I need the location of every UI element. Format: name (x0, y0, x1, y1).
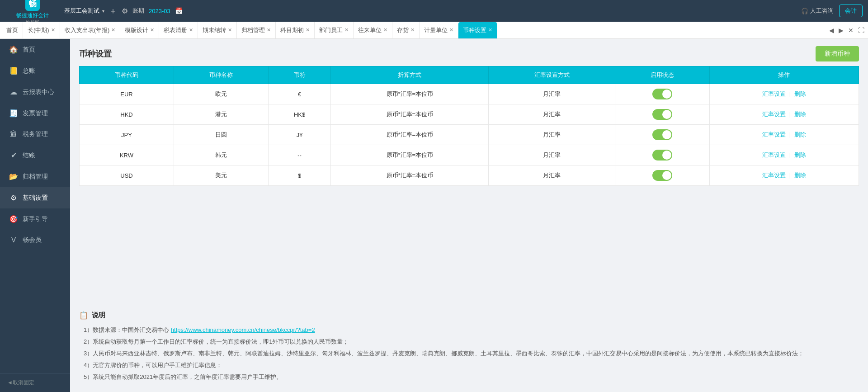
account-button[interactable]: 会计 (839, 5, 863, 17)
customer-service-button[interactable]: 🎧 人工咨询 (801, 7, 834, 15)
sidebar-item-label: 云报表中心 (23, 88, 54, 96)
rate-setting-link[interactable]: 汇率设置 (762, 90, 786, 97)
sidebar-item-label: 新手引导 (23, 215, 48, 223)
close-icon[interactable]: ✕ (449, 27, 453, 33)
tab-label: 部门员工 (319, 26, 343, 34)
delete-link[interactable]: 删除 (794, 172, 806, 179)
enable-toggle[interactable] (652, 89, 672, 99)
tab-archive[interactable]: 归档管理 ✕ (237, 22, 276, 38)
tab-next-button[interactable]: ▶ (837, 27, 845, 34)
cell-method: 原币*汇率=本位币 (331, 165, 489, 186)
close-icon[interactable]: ✕ (111, 27, 115, 33)
note-item: 2）系统自动获取每月第一个工作日的汇率标价，统一为直接标价法，即1外币可以兑换的… (84, 336, 859, 348)
tab-home[interactable]: 首页 (2, 22, 23, 38)
sidebar-item-invoice[interactable]: 🧾 发票管理 (0, 103, 70, 124)
tab-template[interactable]: 模版设计 ✕ (120, 22, 159, 38)
toggle-knob (662, 151, 671, 160)
tab-currency[interactable]: 币种设置 ✕ (458, 22, 497, 38)
tab-maximize-button[interactable]: ⛶ (856, 27, 866, 34)
sidebar-item-archive[interactable]: 📂 归档管理 (0, 166, 70, 187)
sidebar-item-settings[interactable]: ⚙ 基础设置 (0, 187, 70, 208)
project-selector[interactable]: 基层工会测试 ▾ (64, 7, 104, 15)
home-icon: 🏠 (9, 45, 18, 54)
close-icon[interactable]: ✕ (383, 27, 387, 33)
tab-subject-init[interactable]: 科目期初 ✕ (276, 22, 315, 38)
delete-link[interactable]: 删除 (794, 131, 806, 138)
toggle-knob (662, 110, 671, 119)
sidebar-item-ledger[interactable]: 📒 总账 (0, 60, 70, 81)
currency-table: 币种代码 币种名称 币符 折算方式 汇率设置方式 启用状态 操作 EUR 欧元 … (79, 66, 859, 186)
note-title: 说明 (92, 311, 105, 320)
rate-setting-link[interactable]: 汇率设置 (762, 131, 786, 138)
pin-label: ◄取消固定 (7, 379, 34, 387)
tab-prev-button[interactable]: ◀ (827, 27, 836, 34)
delete-link[interactable]: 删除 (794, 111, 806, 118)
sidebar-item-label: 畅会员 (23, 236, 42, 244)
sidebar-item-report[interactable]: ☁ 云报表中心 (0, 81, 70, 103)
cell-code: USD (80, 165, 174, 186)
rate-setting-link[interactable]: 汇率设置 (762, 172, 786, 179)
sidebar-pin-button[interactable]: ◄取消固定 (0, 373, 70, 392)
tab-period-close[interactable]: 期末结转 ✕ (198, 22, 237, 38)
cell-action: 汇率设置 | 删除 (709, 104, 859, 125)
note-item: 4）无官方牌价的币种，可以用户手工维护汇率信息； (84, 359, 859, 371)
col-rate-type: 汇率设置方式 (489, 66, 615, 84)
tab-label: 计量单位 (424, 26, 448, 34)
sidebar-item-guide[interactable]: 🎯 新手引导 (0, 208, 70, 230)
tax-icon: 🏛 (9, 130, 18, 138)
sidebar-item-home[interactable]: 🏠 首页 (0, 39, 70, 60)
close-icon[interactable]: ✕ (344, 27, 349, 33)
cell-method: 原币*汇率=本位币 (331, 84, 489, 104)
close-icon[interactable]: ✕ (306, 27, 310, 33)
close-icon[interactable]: ✕ (488, 27, 492, 33)
col-code: 币种代码 (80, 66, 174, 84)
settings-icon[interactable]: ⚙ (122, 7, 128, 15)
sidebar-item-tax[interactable]: 🏛 税务管理 (0, 124, 70, 145)
tab-close-all-button[interactable]: ✕ (846, 27, 855, 34)
tab-medium-period[interactable]: 长(中期) ✕ (23, 22, 60, 38)
table-row: USD 美元 $ 原币*汇率=本位币 月汇率 汇率设置 | 删除 (80, 165, 859, 186)
enable-toggle[interactable] (652, 170, 672, 181)
tab-annual-report[interactable]: 收入支出表(年报) ✕ (60, 22, 121, 38)
enable-toggle[interactable] (652, 109, 672, 120)
delete-link[interactable]: 删除 (794, 151, 806, 158)
close-icon[interactable]: ✕ (267, 27, 271, 33)
sidebar: 🏠 首页 📒 总账 ☁ 云报表中心 🧾 发票管理 🏛 税务管理 ✔ 结账 📂 归… (0, 39, 70, 392)
headphone-icon: 🎧 (801, 8, 808, 14)
tab-partner[interactable]: 往来单位 ✕ (354, 22, 392, 38)
rate-setting-link[interactable]: 汇率设置 (762, 111, 786, 118)
rate-setting-link[interactable]: 汇率设置 (762, 151, 786, 158)
tab-label: 模版设计 (125, 26, 148, 34)
table-row: HKD 港元 HK$ 原币*汇率=本位币 月汇率 汇率设置 | 删除 (80, 104, 859, 125)
tab-department[interactable]: 部门员工 ✕ (315, 22, 354, 38)
close-icon[interactable]: ✕ (51, 27, 55, 33)
close-icon[interactable]: ✕ (410, 27, 415, 33)
tab-label: 存货 (397, 26, 409, 34)
table-row: JPY 日圆 J¥ 原币*汇率=本位币 月汇率 汇率设置 | 删除 (80, 125, 859, 145)
cell-code: HKD (80, 104, 174, 125)
sidebar-item-close[interactable]: ✔ 结账 (0, 145, 70, 166)
cell-status (615, 104, 709, 125)
enable-toggle[interactable] (652, 150, 672, 161)
cell-method: 原币*汇率=本位币 (331, 145, 489, 165)
close-icon[interactable]: ✕ (228, 27, 232, 33)
tab-label: 税表清册 (164, 26, 187, 34)
cell-code: KRW (80, 145, 174, 165)
close-icon[interactable]: ✕ (189, 27, 193, 33)
close-icon[interactable]: ✕ (150, 27, 154, 33)
add-tab-button[interactable]: ＋ (109, 5, 117, 16)
table-row: EUR 欧元 € 原币*汇率=本位币 月汇率 汇率设置 | 删除 (80, 84, 859, 104)
delete-link[interactable]: 删除 (794, 90, 806, 97)
tab-tax-list[interactable]: 税表清册 ✕ (159, 22, 198, 38)
cell-action: 汇率设置 | 删除 (709, 165, 859, 186)
sidebar-item-member[interactable]: V 畅会员 (0, 230, 70, 250)
tab-unit[interactable]: 计量单位 ✕ (420, 22, 458, 38)
calendar-icon[interactable]: 📅 (175, 7, 183, 14)
cloud-icon: ☁ (9, 88, 18, 96)
separator: | (789, 90, 791, 97)
tab-inventory[interactable]: 存货 ✕ (392, 22, 420, 38)
new-currency-button[interactable]: 新增币种 (816, 46, 859, 61)
enable-toggle[interactable] (652, 129, 672, 140)
note-link[interactable]: https://www.chinamoney.com.cn/chinese/bk… (171, 326, 315, 333)
toggle-knob (662, 130, 671, 139)
